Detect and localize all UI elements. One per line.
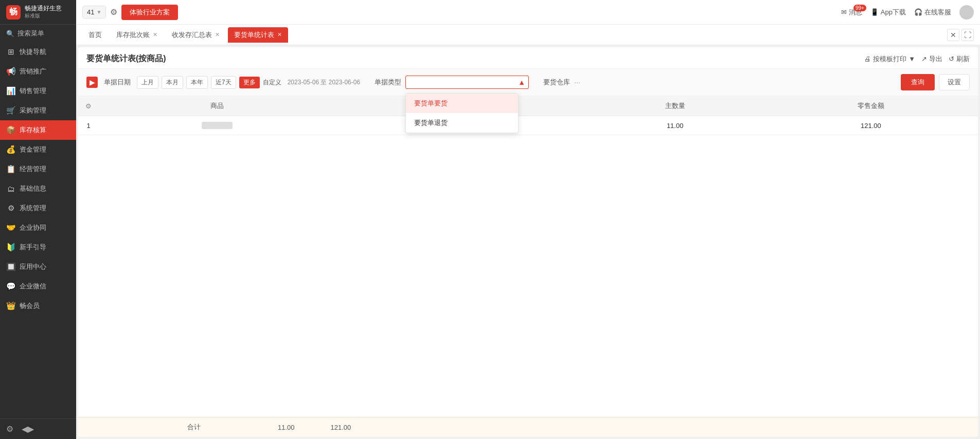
sidebar-item-purchase[interactable]: 🛒 采购管理 — [0, 101, 76, 120]
table-container: ⚙ 商品 主计量单位 主数量 零售金额 — [78, 96, 978, 417]
sidebar-item-quick-nav[interactable]: ⊞ 快捷导航 — [0, 42, 76, 62]
messages-btn[interactable]: ✉ 消息 99+ — [841, 8, 862, 17]
store-selector[interactable]: 41 ▼ — [82, 6, 106, 19]
footer-amount: 121.00 — [295, 424, 351, 431]
date-btn-last-month[interactable]: 上月 — [137, 76, 158, 89]
online-service-btn[interactable]: 🎧 在线客服 — [914, 8, 951, 17]
dropdown-item-order-req[interactable]: 要货单要货 — [406, 94, 518, 113]
tab-expand-btn[interactable]: ⛶ — [961, 29, 974, 41]
sidebar-item-system[interactable]: ⚙ 系统管理 — [0, 198, 76, 218]
print-icon: 🖨 — [864, 55, 871, 63]
warehouse-more-icon[interactable]: ··· — [574, 78, 580, 86]
filter-expand-btn[interactable]: ▶ — [86, 77, 98, 88]
tab-order-stats[interactable]: 要货单统计表 ✕ — [228, 27, 288, 43]
page-header: 要货单统计表(按商品) 🖨 按模板打印 ▼ ↗ 导出 ↺ 刷新 — [78, 47, 978, 69]
date-range-display: 2023-05-06 至 2023-06-06 — [288, 78, 360, 87]
member-label: 畅会员 — [20, 301, 40, 310]
finance-label: 资金管理 — [20, 145, 46, 154]
weixin-label: 企业微信 — [20, 282, 46, 291]
guide-icon: 🔰 — [6, 243, 15, 252]
type-input-wrap: ▲ — [405, 76, 529, 89]
sales-icon: 📊 — [6, 86, 15, 96]
sidebar-item-marketing[interactable]: 📢 营销推广 — [0, 62, 76, 81]
topbar-left: 41 ▼ ⚙ 体验行业方案 — [82, 5, 837, 20]
sidebar-item-finance[interactable]: 💰 资金管理 — [0, 140, 76, 159]
filter-type-section: 单据类型 ▲ 要货单要货 要货单退货 — [375, 76, 529, 89]
guide-label: 新手引导 — [20, 243, 46, 252]
cell-amount: 121.00 — [764, 116, 978, 135]
enterprise-label: 企业协同 — [20, 223, 46, 232]
sidebar-item-member[interactable]: 👑 畅会员 — [0, 296, 76, 316]
tab-inventory-batch[interactable]: 库存批次账 ✕ — [110, 27, 164, 43]
col-header-quantity: 主数量 — [586, 96, 764, 116]
export-icon: ↗ — [921, 55, 927, 63]
type-input[interactable] — [406, 77, 515, 88]
settings-footer-icon[interactable]: ⚙ — [6, 424, 13, 434]
sidebar-item-guide[interactable]: 🔰 新手引导 — [0, 237, 76, 257]
app-download-btn[interactable]: 📱 App下载 — [870, 8, 906, 17]
export-btn[interactable]: ↗ 导出 — [921, 54, 942, 64]
type-label: 单据类型 — [375, 78, 401, 87]
date-btn-last-7-days[interactable]: 近7天 — [211, 76, 236, 89]
topbar-gear-icon[interactable]: ⚙ — [110, 7, 117, 17]
sidebar-item-app-center[interactable]: 🔲 应用中心 — [0, 257, 76, 277]
tabbar-actions: ✕ ⛶ — [947, 29, 974, 41]
app-center-label: 应用中心 — [20, 262, 46, 271]
trial-btn[interactable]: 体验行业方案 — [121, 5, 178, 20]
tab-home[interactable]: 首页 — [82, 27, 108, 43]
tab-close-receivable-summary[interactable]: ✕ — [215, 31, 220, 38]
tab-close-order-stats[interactable]: ✕ — [277, 31, 282, 38]
service-icon: 🎧 — [914, 8, 922, 16]
enterprise-icon: 🤝 — [6, 223, 15, 232]
sidebar-item-sales[interactable]: 📊 销售管理 — [0, 81, 76, 101]
table-row: 1 块 11.00 121.00 — [78, 116, 978, 135]
purchase-icon: 🛒 — [6, 106, 15, 115]
date-btn-this-year[interactable]: 本年 — [186, 76, 208, 89]
goods-blurred — [202, 122, 233, 129]
footer-label: 合计 — [84, 423, 201, 432]
business-label: 经营管理 — [20, 164, 46, 174]
tab-close-all-btn[interactable]: ✕ — [947, 29, 959, 41]
col-settings-icon[interactable]: ⚙ — [85, 102, 92, 110]
filter-bar: ▶ 单据日期 上月 本月 本年 近7天 更多 自定义 2023-05-06 至 … — [78, 69, 978, 96]
cell-goods — [99, 116, 335, 135]
marketing-label: 营销推广 — [20, 67, 46, 76]
type-dropdown-arrow[interactable]: ▲ — [515, 76, 528, 88]
col-header-amount: 零售金额 — [764, 96, 978, 116]
date-btn-this-month[interactable]: 本月 — [162, 76, 183, 89]
sidebar-item-basic-info[interactable]: 🗂 基础信息 — [0, 179, 76, 198]
page-header-actions: 🖨 按模板打印 ▼ ↗ 导出 ↺ 刷新 — [864, 54, 970, 64]
type-input-wrapper: ▲ 要货单要货 要货单退货 — [405, 76, 529, 89]
system-icon: ⚙ — [6, 204, 15, 213]
user-avatar[interactable] — [959, 5, 974, 20]
sidebar-footer: ⚙ ◀▶ — [0, 418, 76, 439]
query-btn[interactable]: 查询 — [901, 74, 935, 90]
sidebar-item-weixin[interactable]: 💬 企业微信 — [0, 277, 76, 296]
date-btn-custom[interactable]: 自定义 — [263, 78, 281, 87]
tab-receivable-summary[interactable]: 收发存汇总表 ✕ — [166, 27, 226, 43]
sidebar-item-business[interactable]: 📋 经营管理 — [0, 159, 76, 179]
topbar: 41 ▼ ⚙ 体验行业方案 ✉ 消息 99+ 📱 App下载 🎧 在线客服 — [76, 0, 980, 25]
sidebar-item-enterprise[interactable]: 🤝 企业协同 — [0, 218, 76, 237]
search-icon: 🔍 — [6, 30, 14, 38]
dropdown-item-order-ret[interactable]: 要货单退货 — [406, 113, 518, 133]
filter-action-btns: 查询 设置 — [901, 74, 970, 90]
member-icon: 👑 — [6, 301, 15, 310]
col-header-settings: ⚙ — [78, 96, 99, 116]
type-dropdown: 要货单要货 要货单退货 — [405, 93, 519, 133]
sidebar-nav: ⊞ 快捷导航 📢 营销推广 📊 销售管理 🛒 采购管理 📦 库存核算 💰 资金管… — [0, 42, 76, 418]
basic-info-icon: 🗂 — [6, 185, 15, 193]
refresh-btn[interactable]: ↺ 刷新 — [949, 54, 970, 64]
basic-info-label: 基础信息 — [20, 184, 46, 193]
settings-btn[interactable]: 设置 — [939, 74, 970, 90]
store-name: 41 — [87, 8, 94, 16]
date-btn-more[interactable]: 更多 — [239, 77, 260, 88]
collapse-footer-icon[interactable]: ◀▶ — [22, 424, 34, 434]
print-template-btn[interactable]: 🖨 按模板打印 ▼ — [864, 54, 915, 64]
main-area: 41 ▼ ⚙ 体验行业方案 ✉ 消息 99+ 📱 App下载 🎧 在线客服 — [76, 0, 980, 439]
sidebar-item-inventory[interactable]: 📦 库存核算 — [0, 120, 76, 140]
sidebar-search[interactable]: 🔍 搜索菜单 — [0, 25, 76, 42]
topbar-right: ✉ 消息 99+ 📱 App下载 🎧 在线客服 — [841, 5, 974, 20]
logo-text: 畅捷通好生意 标准版 — [25, 5, 62, 20]
tab-close-inventory-batch[interactable]: ✕ — [153, 31, 157, 38]
